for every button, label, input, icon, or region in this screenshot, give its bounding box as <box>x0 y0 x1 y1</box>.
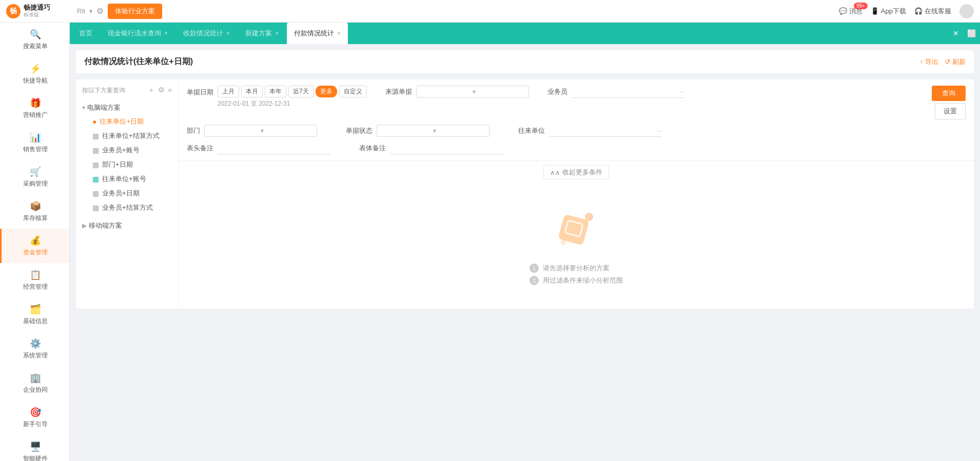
sidebar-item-shortcut[interactable]: ⚡ 快捷导航 <box>0 57 69 91</box>
sidebar-item-hardware[interactable]: 🖥️ 智能硬件 <box>0 435 69 461</box>
scheme-item-salesman-account[interactable]: ▦ 业务员+账号 <box>82 143 172 157</box>
scheme-item-partner-date[interactable]: ● 往来单位+日期 <box>82 114 172 129</box>
marketing-icon: 🎁 <box>30 97 41 109</box>
partner-ellipsis[interactable]: ··· <box>657 127 662 134</box>
desktop-section: ▾ 电脑端方案 ● 往来单位+日期 ▦ 往来单位+结算方式 ▦ <box>76 99 178 217</box>
query-btn[interactable]: 查询 <box>932 86 966 101</box>
try-industry-btn[interactable]: 体验行业方案 <box>108 4 162 19</box>
filter-row-2: 部门 ▾ 单据状态 ▾ <box>187 125 966 137</box>
top-bar-right: 💬 消息 99+ 📱 App下载 🎧 在线客服 <box>839 4 974 18</box>
tab-new-close[interactable]: × <box>275 30 279 37</box>
source-select[interactable]: ▾ <box>416 86 529 98</box>
salesman-ellipsis[interactable]: ··· <box>679 88 684 95</box>
sidebar-item-sales[interactable]: 📊 销售管理 <box>0 126 69 160</box>
tab-new[interactable]: 新建方案 × <box>238 23 286 44</box>
hardware-icon: 🖥️ <box>30 441 41 452</box>
tab-payment-close[interactable]: × <box>337 30 341 37</box>
scheme-icon-2: ▦ <box>92 146 99 154</box>
sidebar-item-basic[interactable]: 🗂️ 基础信息 <box>0 297 69 332</box>
header-remark-input[interactable] <box>218 142 330 154</box>
sidebar-item-search[interactable]: 🔍 搜索菜单 <box>0 23 69 57</box>
panel-toolbar-actions: ＋ ⚙ « <box>148 86 172 95</box>
top-bar: 畅 畅捷通巧 标准版 Rit ▾ ⚙ 体验行业方案 💬 消息 99+ 📱 App… <box>0 0 980 23</box>
sidebar-item-operation[interactable]: 📋 经营管理 <box>0 263 69 297</box>
scheme-item-partner-account[interactable]: ▦ 往来单位+账号 <box>82 172 172 186</box>
collapse-panel-btn[interactable]: « <box>168 86 172 95</box>
scheme-item-dept-date[interactable]: ▦ 部门+日期 <box>82 157 172 172</box>
scheme-icon-6: ▦ <box>92 204 99 212</box>
close-all-tabs-btn[interactable]: ✕ <box>951 27 961 39</box>
date-last-month-btn[interactable]: 上月 <box>218 86 239 97</box>
doc-status-select[interactable]: ▾ <box>377 125 489 137</box>
capital-icon: 💰 <box>30 235 41 246</box>
download-icon: 📱 <box>871 7 879 15</box>
enterprise-icon: 🏢 <box>30 372 41 384</box>
tab-home[interactable]: 首页 <box>72 23 100 44</box>
date-this-year-btn[interactable]: 本年 <box>265 86 286 97</box>
empty-illustration <box>551 204 602 255</box>
tab-bank[interactable]: 现金银行流水查询 × <box>101 23 175 44</box>
source-filter: 来源单据 ▾ <box>385 86 529 98</box>
desktop-section-header[interactable]: ▾ 电脑端方案 <box>82 101 172 114</box>
partner-input[interactable] <box>549 125 655 136</box>
logo-sub: 标准版 <box>24 11 50 18</box>
date-more-btn[interactable]: 更多 <box>316 86 337 97</box>
doc-status-label: 单据状态 <box>346 126 373 135</box>
filter-row-1: 单据日期 上月 本月 本年 近7天 更多 自定义 <box>187 86 966 119</box>
empty-svg <box>553 207 599 253</box>
user-avatar[interactable] <box>959 4 974 18</box>
date-last7-btn[interactable]: 近7天 <box>288 86 313 97</box>
mobile-section-header[interactable]: ▶ 移动端方案 <box>82 219 172 232</box>
app-download-btn[interactable]: 📱 App下载 <box>871 7 906 16</box>
sidebar-item-purchase[interactable]: 🛒 采购管理 <box>0 160 69 194</box>
salesman-input[interactable] <box>572 86 677 97</box>
sidebar-item-inventory[interactable]: 📦 库存核算 <box>0 194 69 229</box>
search-icon: 🔍 <box>30 29 41 40</box>
filter-row-3: 表头备注 表体备注 <box>187 142 966 154</box>
scheme-item-salesman-date[interactable]: ▦ 业务员+日期 <box>82 186 172 201</box>
date-this-month-btn[interactable]: 本月 <box>241 86 263 97</box>
page-content: 付款情况统计(往来单位+日期) ↑ 导出 ↺ 刷新 <box>70 44 980 461</box>
online-service-btn[interactable]: 🎧 在线客服 <box>914 7 951 16</box>
export-btn[interactable]: ↑ 导出 <box>920 57 939 67</box>
tab-bank-close[interactable]: × <box>164 30 168 37</box>
maximize-btn[interactable]: ⬜ <box>965 27 978 39</box>
tab-income[interactable]: 收款情况统计 × <box>176 23 237 44</box>
workspace-container: 按以下方案查询 ＋ ⚙ « ▾ 电脑端方案 ● <box>76 79 974 309</box>
scheme-icon-3: ▦ <box>92 161 99 169</box>
current-company-title: Rit <box>77 7 85 15</box>
setting-btn[interactable]: 设置 <box>935 103 966 119</box>
notification-badge: 99+ <box>854 3 868 9</box>
sidebar-item-enterprise[interactable]: 🏢 企业协同 <box>0 366 69 400</box>
scheme-item-partner-settle[interactable]: ▦ 往来单位+结算方式 <box>82 129 172 143</box>
scheme-active-icon: ● <box>92 117 96 126</box>
tab-payment[interactable]: 付款情况统计 × <box>287 23 348 44</box>
doc-status-arrow: ▾ <box>433 127 485 134</box>
page-title: 付款情况统计(往来单位+日期) <box>84 56 193 67</box>
settings-gear-icon[interactable]: ⚙ <box>96 6 104 16</box>
sidebar-item-marketing[interactable]: 🎁 营销推广 <box>0 91 69 126</box>
partner-input-area: ··· <box>549 125 662 137</box>
sidebar-item-system[interactable]: ⚙️ 系统管理 <box>0 332 69 366</box>
refresh-btn[interactable]: ↺ 刷新 <box>945 57 966 67</box>
date-custom-btn[interactable]: 自定义 <box>339 86 367 97</box>
date-label: 单据日期 <box>187 88 213 97</box>
mobile-section: ▶ 移动端方案 <box>76 217 178 234</box>
company-dropdown-arrow[interactable]: ▾ <box>89 8 92 15</box>
purchase-icon: 🛒 <box>30 166 41 177</box>
manage-scheme-btn[interactable]: ⚙ <box>158 86 165 95</box>
tab-income-close[interactable]: × <box>226 30 230 37</box>
sidebar-item-guide[interactable]: 🎯 新手引导 <box>0 400 69 435</box>
logo-text: 畅捷通巧 <box>24 4 50 12</box>
body-remark-input[interactable] <box>390 142 503 154</box>
add-scheme-btn[interactable]: ＋ <box>148 86 155 95</box>
sidebar-item-capital[interactable]: 💰 资金管理 <box>0 229 69 263</box>
left-panel: 按以下方案查询 ＋ ⚙ « ▾ 电脑端方案 ● <box>76 79 179 309</box>
query-area: 查询 设置 <box>932 86 966 119</box>
collapse-btn[interactable]: ∧∧ 收起更多条件 <box>543 165 609 179</box>
scheme-item-salesman-settle[interactable]: ▦ 业务员+结算方式 <box>82 201 172 215</box>
main-layout: 🔍 搜索菜单 ⚡ 快捷导航 🎁 营销推广 📊 销售管理 🛒 采购管理 📦 库存核… <box>0 23 980 461</box>
dept-select[interactable]: ▾ <box>204 125 317 137</box>
notification-btn[interactable]: 💬 消息 99+ <box>839 7 863 16</box>
desktop-section-label: 电脑端方案 <box>87 103 121 112</box>
